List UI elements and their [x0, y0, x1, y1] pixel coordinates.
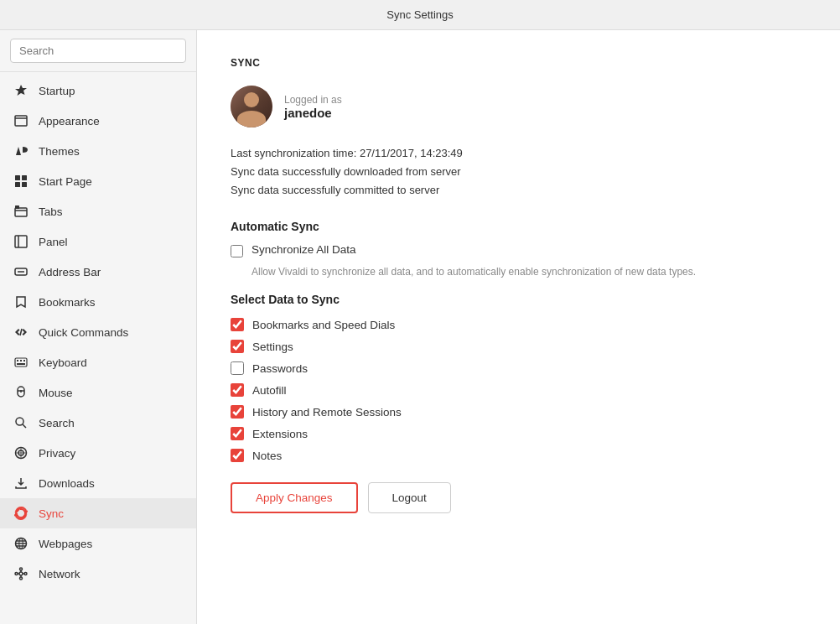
- sidebar-item-label-tabs: Tabs: [39, 205, 63, 218]
- checkbox-label-history[interactable]: History and Remote Sessions: [252, 406, 402, 419]
- user-details: Logged in as janedoe: [284, 94, 342, 120]
- data-row-history: History and Remote Sessions: [231, 405, 806, 419]
- sidebar-item-label-startup: Startup: [39, 85, 75, 97]
- sidebar-item-themes[interactable]: Themes: [0, 136, 196, 166]
- network-icon: [13, 566, 29, 581]
- svg-rect-6: [15, 208, 27, 216]
- sync-status-line3: Sync data successfully committed to serv…: [231, 181, 806, 200]
- svg-rect-15: [20, 360, 22, 361]
- data-row-extensions: Extensions: [231, 427, 806, 440]
- checkbox-label-bookmarks[interactable]: Bookmarks and Speed Dials: [252, 319, 395, 331]
- search-input[interactable]: [10, 39, 186, 63]
- sidebar-item-label-search: Search: [39, 417, 75, 429]
- search-icon: [13, 415, 29, 430]
- appearance-icon: [13, 113, 29, 128]
- bookmarks-icon: [13, 294, 29, 309]
- main-layout: StartupAppearanceThemesStart PageTabsPan…: [0, 30, 840, 624]
- svg-rect-4: [15, 182, 20, 187]
- sidebar-item-network[interactable]: Network: [0, 559, 196, 589]
- svg-point-35: [20, 577, 23, 580]
- checkbox-label-settings[interactable]: Settings: [252, 341, 293, 353]
- logout-button[interactable]: Logout: [368, 482, 451, 513]
- sync-status-line2: Sync data successfully downloaded from s…: [231, 163, 806, 181]
- svg-rect-7: [15, 205, 19, 209]
- sidebar-item-start-page[interactable]: Start Page: [0, 166, 196, 196]
- sidebar-item-privacy[interactable]: Privacy: [0, 438, 196, 468]
- sidebar-item-mouse[interactable]: Mouse: [0, 377, 196, 408]
- sidebar-item-appearance[interactable]: Appearance: [0, 106, 196, 136]
- sidebar-item-webpages[interactable]: Webpages: [0, 528, 196, 559]
- sidebar-item-address-bar[interactable]: Address Bar: [0, 257, 196, 287]
- sidebar-item-panel[interactable]: Panel: [0, 226, 196, 257]
- panel-icon: [13, 234, 29, 249]
- checkbox-label-extensions[interactable]: Extensions: [252, 428, 308, 440]
- sidebar-item-label-bookmarks: Bookmarks: [39, 296, 96, 309]
- svg-rect-19: [23, 363, 25, 365]
- sidebar-item-downloads[interactable]: Downloads: [0, 468, 196, 498]
- sidebar-item-label-sync: Sync: [39, 507, 64, 520]
- checkbox-passwords[interactable]: [231, 361, 244, 375]
- checkbox-label-notes[interactable]: Notes: [252, 450, 282, 462]
- sidebar-item-sync[interactable]: Sync: [0, 498, 196, 528]
- themes-icon: [13, 143, 29, 159]
- select-data-title: Select Data to Sync: [231, 293, 806, 306]
- svg-rect-13: [15, 358, 27, 367]
- svg-rect-2: [15, 175, 20, 180]
- sidebar-item-label-privacy: Privacy: [39, 447, 75, 460]
- sidebar-item-label-downloads: Downloads: [39, 477, 95, 490]
- window-title: Sync Settings: [386, 8, 454, 21]
- tabs-icon: [13, 204, 29, 219]
- avatar-image: [231, 86, 272, 127]
- apply-changes-button[interactable]: Apply Changes: [231, 482, 358, 513]
- svg-point-31: [19, 572, 23, 575]
- sync-all-desc: Allow Vivaldi to synchronize all data, a…: [251, 264, 806, 279]
- checkbox-extensions[interactable]: [231, 427, 244, 440]
- data-row-notes: Notes: [231, 449, 806, 462]
- checkbox-settings[interactable]: [231, 340, 244, 353]
- keyboard-icon: [13, 355, 29, 370]
- quick-commands-icon: [13, 325, 29, 340]
- sidebar-item-label-start-page: Start Page: [39, 175, 92, 188]
- checkbox-label-autofill[interactable]: Autofill: [252, 384, 287, 397]
- checkbox-history[interactable]: [231, 405, 244, 419]
- sidebar-item-label-appearance: Appearance: [39, 115, 100, 127]
- sidebar-item-label-network: Network: [39, 568, 80, 580]
- sync-status: Last synchronization time: 27/11/2017, 1…: [231, 144, 806, 200]
- sidebar-item-tabs[interactable]: Tabs: [0, 196, 196, 226]
- svg-line-12: [20, 329, 22, 335]
- checkbox-label-passwords[interactable]: Passwords: [252, 362, 308, 375]
- data-row-bookmarks: Bookmarks and Speed Dials: [231, 318, 806, 331]
- svg-point-32: [15, 573, 18, 575]
- svg-rect-14: [17, 360, 18, 361]
- avatar: [231, 86, 272, 127]
- sidebar-item-startup[interactable]: Startup: [0, 75, 196, 106]
- content-area: SYNC Logged in as janedoe Last synchroni…: [197, 30, 840, 624]
- sidebar-item-label-webpages: Webpages: [39, 538, 92, 550]
- svg-rect-16: [23, 360, 25, 361]
- mouse-icon: [13, 385, 29, 400]
- svg-rect-8: [15, 236, 27, 247]
- sidebar: StartupAppearanceThemesStart PageTabsPan…: [0, 30, 197, 624]
- privacy-icon: [13, 445, 29, 460]
- sidebar-item-search[interactable]: Search: [0, 408, 196, 438]
- sidebar-item-label-mouse: Mouse: [39, 387, 73, 399]
- sidebar-item-keyboard[interactable]: Keyboard: [0, 347, 196, 377]
- checkbox-bookmarks[interactable]: [231, 318, 244, 331]
- svg-rect-3: [22, 175, 27, 180]
- checkbox-notes[interactable]: [231, 449, 244, 462]
- startup-icon: [13, 83, 29, 98]
- address-bar-icon: [13, 264, 29, 279]
- sidebar-item-bookmarks[interactable]: Bookmarks: [0, 287, 196, 317]
- sidebar-item-quick-commands[interactable]: Quick Commands: [0, 317, 196, 347]
- svg-rect-0: [15, 116, 27, 126]
- svg-rect-5: [22, 182, 27, 187]
- nav-list: StartupAppearanceThemesStart PageTabsPan…: [0, 72, 196, 624]
- checkbox-autofill[interactable]: [231, 383, 244, 397]
- webpages-icon: [13, 536, 29, 551]
- username-label: janedoe: [284, 106, 342, 120]
- sidebar-item-label-panel: Panel: [39, 236, 68, 248]
- sync-icon: [13, 506, 29, 521]
- sync-all-checkbox[interactable]: [231, 245, 243, 257]
- sync-all-label[interactable]: Synchronize All Data: [251, 243, 356, 256]
- sync-status-line1: Last synchronization time: 27/11/2017, 1…: [231, 144, 806, 163]
